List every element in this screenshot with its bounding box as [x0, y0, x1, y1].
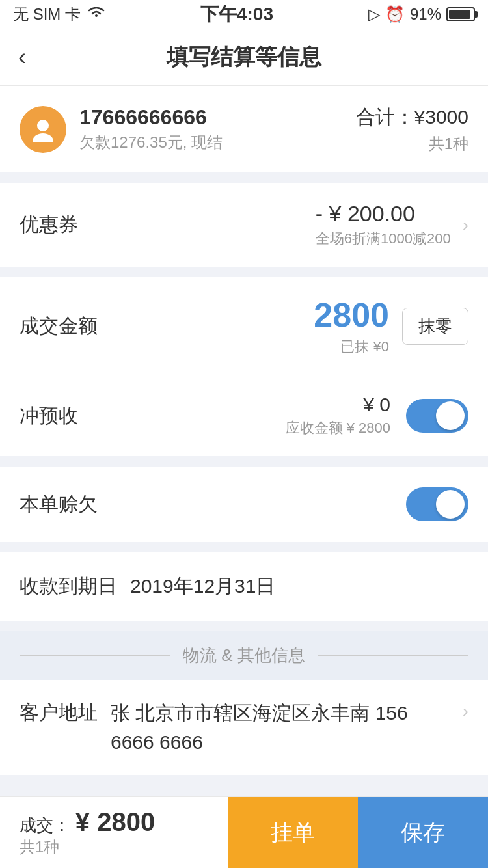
prepay-label: 冲预收 — [20, 403, 78, 429]
bottom-summary-amount: ¥ 2800 — [75, 807, 155, 836]
hang-button[interactable]: 挂单 — [228, 797, 358, 869]
page-title: 填写结算等信息 — [167, 42, 321, 72]
user-info: 17666666666 欠款1276.35元, 现结 — [79, 105, 223, 153]
status-bar: 无 SIM 卡 下午4:03 ▷ ⏰ 91% — [0, 0, 488, 29]
deal-amount-number: 2800 — [314, 295, 389, 334]
toggle-knob — [436, 401, 465, 430]
debt-row: 本单赊欠 — [20, 467, 468, 542]
deal-amount-row: 成交金额 2800 已抹 ¥0 抹零 — [20, 277, 468, 375]
bottom-summary: 成交： ¥ 2800 共1种 — [0, 807, 228, 858]
location-icon: ▷ — [368, 5, 380, 23]
sim-label: 无 SIM 卡 — [13, 4, 81, 25]
save-button[interactable]: 保存 — [358, 797, 488, 869]
battery-pct: 91% — [410, 5, 441, 23]
deal-amount-label: 成交金额 — [20, 313, 98, 340]
battery-icon — [446, 7, 475, 21]
debt-section: 本单赊欠 — [0, 467, 488, 542]
user-right: 合计：¥3000 共1种 — [356, 104, 468, 154]
status-left: 无 SIM 卡 — [13, 4, 105, 25]
bottom-bar: 成交： ¥ 2800 共1种 挂单 保存 — [0, 796, 488, 868]
divider-line-right — [318, 655, 468, 656]
content: 17666666666 欠款1276.35元, 现结 合计：¥3000 共1种 … — [0, 86, 488, 868]
divider-section: 物流 & 其他信息 — [0, 631, 488, 680]
address-row: 客户地址 张 北京市市辖区海淀区永丰南 156 6666 6666 › — [20, 680, 468, 775]
debt-label: 本单赊欠 — [20, 491, 98, 518]
coupon-discount: - ¥ 200.00 — [316, 201, 451, 226]
address-chevron-icon: › — [463, 698, 468, 722]
divider-line-left — [20, 655, 170, 656]
due-date-value: 2019年12月31日 — [130, 573, 275, 600]
nav-bar: ‹ 填写结算等信息 — [0, 29, 488, 86]
debt-toggle-knob — [436, 490, 465, 519]
back-button[interactable]: ‹ — [18, 44, 26, 71]
user-debt: 欠款1276.35元, 现结 — [79, 132, 223, 153]
prepay-toggle[interactable] — [406, 399, 468, 433]
user-card: 17666666666 欠款1276.35元, 现结 合计：¥3000 共1种 — [0, 86, 488, 172]
coupon-desc: 全场6折满1000减200 — [316, 229, 451, 249]
due-date-label: 收款到期日 — [20, 573, 117, 600]
clock-icon: ⏰ — [385, 5, 405, 23]
status-time: 下午4:03 — [200, 2, 273, 27]
coupon-chevron-icon: › — [463, 215, 468, 236]
total-amount: 合计：¥3000 — [356, 104, 468, 131]
total-count: 共1种 — [356, 133, 468, 154]
svg-point-1 — [33, 133, 53, 142]
address-text: 张 北京市市辖区海淀区永丰南 156 6666 6666 — [111, 698, 450, 757]
address-section[interactable]: 客户地址 张 北京市市辖区海淀区永丰南 156 6666 6666 › — [0, 680, 488, 775]
user-phone: 17666666666 — [79, 105, 223, 129]
deal-amount-right: 2800 已抹 ¥0 抹零 — [314, 295, 468, 357]
due-date-row: 收款到期日 2019年12月31日 — [20, 552, 468, 621]
status-right: ▷ ⏰ 91% — [368, 5, 475, 23]
deal-amount-section: 成交金额 2800 已抹 ¥0 抹零 冲预收 ¥ 0 应收金额 ¥ 2800 — [0, 277, 488, 456]
prepay-amount: ¥ 0 — [286, 394, 390, 416]
prepay-sub: 应收金额 ¥ 2800 — [286, 418, 390, 438]
coupon-label: 优惠券 — [20, 211, 78, 238]
wifi-icon — [87, 5, 105, 23]
bottom-summary-count: 共1种 — [20, 837, 208, 858]
round-button[interactable]: 抹零 — [402, 308, 468, 345]
svg-point-0 — [37, 120, 49, 131]
coupon-row[interactable]: 优惠券 - ¥ 200.00 全场6折满1000减200 › — [0, 183, 488, 267]
bottom-summary-prefix: 成交： — [20, 815, 70, 835]
prepay-row: 冲预收 ¥ 0 应收金额 ¥ 2800 — [20, 375, 468, 456]
due-date-section: 收款到期日 2019年12月31日 — [0, 552, 488, 621]
avatar — [20, 106, 66, 153]
bottom-summary-label: 成交： ¥ 2800 — [20, 807, 208, 837]
divider-text: 物流 & 其他信息 — [183, 644, 305, 667]
debt-toggle[interactable] — [406, 487, 468, 521]
address-label: 客户地址 — [20, 698, 98, 726]
user-left: 17666666666 欠款1276.35元, 现结 — [20, 105, 223, 153]
deal-amount-sub: 已抹 ¥0 — [314, 337, 389, 357]
